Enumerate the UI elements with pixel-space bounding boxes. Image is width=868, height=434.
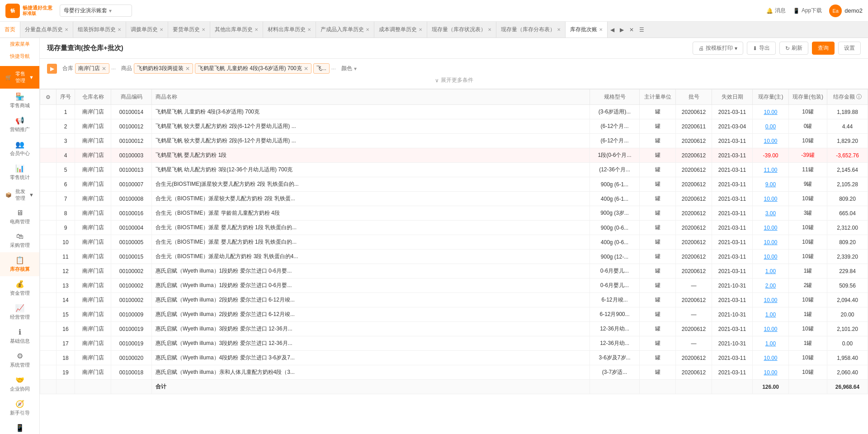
tab-close-icon[interactable]: ✕ [488,27,491,32]
sidebar-item-system[interactable]: ⚙ 系统管理 [0,348,39,372]
tab-disassemble-history[interactable]: 组装拆卸单历史 ✕ [73,22,126,38]
row-settings [40,322,57,336]
product-tag-2[interactable]: 飞鹤星飞帆 儿童奶粉 4段(3-6岁适用) 700克 ✕ [195,63,311,74]
row-stock-pkg: 10罐 [789,134,827,148]
tab-close-icon[interactable]: ✕ [255,27,258,32]
row-stock-main[interactable]: 2.00 [753,278,789,293]
col-expire: 失效日期 [712,90,753,105]
tab-material-out-history[interactable]: 材料出库单历史 ✕ [263,22,316,38]
sidebar-item-guide[interactable]: 🧭 新手引导 [0,396,39,420]
table-row: 17南岸门店00100019惠氏启赋（Wyeth illuma）3段奶粉 爱尔兰… [40,336,868,351]
messages-button[interactable]: 🔔 消息 [766,7,786,14]
sidebar-item-retail-stats[interactable]: 📊 零售统计 [0,160,39,184]
close-icon[interactable]: ✕ [185,66,190,72]
tab-stock-status[interactable]: 现存量（库存状况表） ✕ [427,22,496,38]
sidebar-search[interactable]: 搜索菜单 [0,38,39,50]
table-row: 12南岸门店00100002惠氏启赋（Wyeth illuma）1段奶粉 爱尔兰… [40,264,868,278]
sidebar-item-collab[interactable]: 🤝 企业协同 [0,372,39,396]
settings-button[interactable]: 设置 [838,42,861,55]
refresh-button[interactable]: ↻ 刷新 [779,42,808,55]
warehouse-tag[interactable]: 南岸门店 ✕ [75,63,109,74]
tab-requisition-history[interactable]: 要货单历史 ✕ [168,22,210,38]
tab-close-icon[interactable]: ✕ [366,27,369,32]
stats-icon: 📊 [15,164,24,173]
query-button[interactable]: 查询 [812,42,835,55]
tab-allocation-history[interactable]: 调拨单历史 ✕ [126,22,168,38]
row-stock-main[interactable]: 10.00 [753,293,789,307]
row-spec: 900g (3岁... [590,206,640,221]
row-stock-main[interactable]: 10.00 [753,351,789,365]
close-icon[interactable]: ✕ [304,66,308,72]
row-stock-main[interactable]: 10.00 [753,235,789,250]
row-stock-main[interactable]: 10.00 [753,250,789,264]
row-stock-pkg: 10罐 [789,192,827,206]
product-tag-more[interactable]: 飞... [313,63,330,74]
row-stock-main[interactable]: 10.00 [753,105,789,119]
workspace-selector[interactable]: 母婴行业演示账套 ▾ [60,5,132,17]
tab-batch-voucher[interactable]: 库存批次账 ✕ [566,22,608,38]
row-warehouse: 南岸门店 [75,351,111,365]
row-num: 14 [57,293,75,307]
tab-prev-button[interactable]: ◀ [608,27,617,33]
product-tag-1[interactable]: 飞鹤奶粉3段两提装 ✕ [134,63,193,74]
tab-menu-button[interactable]: ☰ [637,27,647,33]
sidebar-item-member[interactable]: 👥 会员中心 [0,137,39,160]
row-unit: 罐 [640,264,676,278]
row-stock-main[interactable]: 1.00 [753,264,789,278]
tab-product-in-history[interactable]: 产成品入库单历史 ✕ [316,22,374,38]
tab-close-icon[interactable]: ✕ [65,27,68,32]
export-button[interactable]: ⬇ 导出 [747,42,776,55]
tab-other-out-history[interactable]: 其他出库单历史 ✕ [210,22,263,38]
sidebar-item-inventory[interactable]: 📋 库存核算 [0,252,39,276]
row-stock-main[interactable]: 10.00 [753,134,789,148]
row-stock-main[interactable]: 11.00 [753,163,789,177]
sidebar-item-marketing[interactable]: 📢 营销推广 [0,113,39,137]
row-stock-main[interactable]: 9.00 [753,177,789,192]
tab-close-all-button[interactable]: ✕ [627,27,637,33]
row-stock-main[interactable]: 0.00 [753,119,789,134]
print-button[interactable]: 🖨 按模板打印 ▾ [693,42,743,55]
tab-cost-adjust-history[interactable]: 成本调整单历史 ✕ [374,22,427,38]
chevron-down-icon[interactable]: ▾ [354,66,357,72]
sidebar-item-basics[interactable]: ℹ 基础信息 [0,324,39,348]
tab-close-icon[interactable]: ✕ [419,27,422,32]
row-stock-main[interactable]: 1.00 [753,336,789,351]
tab-next-button[interactable]: ▶ [617,27,627,33]
warehouse-more[interactable]: ··· [111,66,116,72]
user-area[interactable]: Ea demo2 [829,5,863,17]
sidebar-item-appcenter[interactable]: 📱 应用中心 [0,420,39,434]
sidebar-item-purchase[interactable]: 🛍 采购管理 [0,229,39,252]
row-stock-main[interactable]: 1.00 [753,307,789,322]
expand-more-button[interactable]: ∨ 展开更多条件 [47,76,861,84]
app-download-button[interactable]: 📱 App下载 [793,7,822,14]
product-more[interactable]: ··· [331,66,336,72]
col-settings[interactable]: ⚙ [40,90,57,105]
row-stock-main[interactable]: 3.00 [753,206,789,221]
sidebar-item-retail[interactable]: 🛒 零售管理 ▼ [0,66,39,89]
row-stock-main[interactable]: 10.00 [753,221,789,235]
row-stock-main[interactable]: 10.00 [753,192,789,206]
sidebar-item-ecommerce[interactable]: 🖥 电商管理 [0,205,39,229]
row-stock-main[interactable]: 10.00 [753,365,789,380]
filter-expand-arrow[interactable]: ▶ [47,64,57,74]
tab-close-icon[interactable]: ✕ [202,27,205,32]
row-code: 00100016 [111,206,152,221]
sidebar-quick-nav[interactable]: 快捷导航 [0,50,39,62]
tab-home[interactable]: 首页 [0,22,20,38]
tab-close-icon[interactable]: ✕ [599,27,603,32]
sidebar-item-finance[interactable]: 💰 资金管理 [0,276,39,300]
close-icon[interactable]: ✕ [102,66,106,72]
sidebar-item-retail-shop[interactable]: 🏪 零售商城 [0,89,39,113]
row-stock-main[interactable]: -39.00 [753,148,789,163]
tab-close-icon[interactable]: ✕ [160,27,163,32]
logo-text: 畅捷通好生意 标准版 [23,5,52,16]
sidebar-item-wholesale[interactable]: 📦 批发管理 ▼ [0,184,39,205]
row-code: 00100012 [111,119,152,134]
tab-close-icon[interactable]: ✕ [118,27,121,32]
tab-stock-dist[interactable]: 现存量（库存分布表） ✕ [496,22,566,38]
tab-close-icon[interactable]: ✕ [557,27,561,32]
row-stock-main[interactable]: 10.00 [753,322,789,336]
sidebar-item-operations[interactable]: 📈 经营管理 [0,300,39,324]
tab-split-history[interactable]: 分量盘点单历史 ✕ [20,22,73,38]
tab-close-icon[interactable]: ✕ [307,27,311,32]
